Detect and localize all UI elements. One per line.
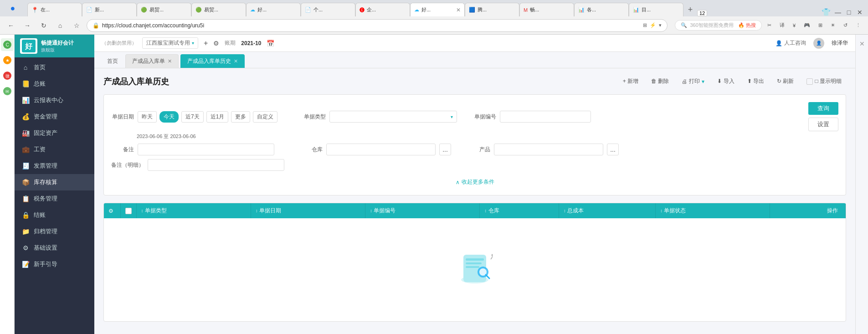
print-dropdown[interactable]: ▾: [702, 78, 704, 85]
game-icon[interactable]: 🎮: [801, 21, 813, 29]
header-checkbox[interactable]: [125, 208, 132, 214]
close-button[interactable]: ✕: [856, 9, 863, 16]
sidebar-item-home[interactable]: ⌂ 首页: [15, 59, 94, 76]
tab-5[interactable]: ☁ 好...: [246, 3, 301, 16]
type-column-header[interactable]: ↕ 单据类型: [136, 203, 251, 218]
sidebar-item-funds[interactable]: 💰 资金管理: [15, 108, 94, 125]
tab-1[interactable]: 📍 在...: [27, 3, 82, 16]
sidebar-label-tax: 税务管理: [34, 195, 57, 203]
sidebar-item-payroll[interactable]: 💼 工资: [15, 141, 94, 158]
period-value[interactable]: 2021-10: [241, 40, 261, 46]
sidebar-item-assets[interactable]: 🏭 固定资产: [15, 125, 94, 141]
last7-btn[interactable]: 近7天: [181, 111, 204, 123]
tab-history-close[interactable]: ✕: [234, 58, 238, 64]
ext-2[interactable]: ★: [1, 54, 14, 67]
show-columns-checkbox[interactable]: □ 显示明细: [802, 76, 846, 87]
new-tab-button[interactable]: +: [683, 3, 697, 16]
sidebar-item-ledger[interactable]: 📒 总账: [15, 76, 94, 92]
tab-3[interactable]: 🟢 易贸...: [137, 3, 191, 16]
sidebar-item-tax[interactable]: 📋 税务管理: [15, 190, 94, 207]
sidebar-item-reports[interactable]: 📊 云报表中心: [15, 92, 94, 108]
sidebar-item-close-period[interactable]: 🔒 结账: [15, 207, 94, 223]
remark2-input[interactable]: [148, 159, 284, 171]
export-button[interactable]: ⬆ 导出: [743, 76, 769, 87]
import-button[interactable]: ⬇ 导入: [713, 76, 739, 87]
scissors-icon[interactable]: ✂: [765, 21, 774, 29]
tab-8[interactable]: ☁ 好... ✕: [410, 3, 465, 16]
query-button[interactable]: 查询: [808, 102, 838, 115]
product-more-btn[interactable]: ...: [607, 144, 619, 155]
today-btn[interactable]: 今天: [159, 111, 179, 123]
panel-close-button[interactable]: ✕: [858, 38, 867, 49]
type-select[interactable]: ▾: [329, 111, 457, 123]
status-column-header[interactable]: ↕ 单据状态: [655, 203, 770, 218]
calendar-icon[interactable]: 📅: [267, 40, 274, 47]
sidebar-item-invoice[interactable]: 🧾 发票管理: [15, 158, 94, 174]
yuan-icon[interactable]: ¥: [790, 22, 798, 29]
tab-10[interactable]: M 畅...: [519, 3, 574, 16]
add-org-button[interactable]: +: [204, 39, 208, 47]
ext-1[interactable]: C: [1, 38, 14, 51]
refresh2-icon[interactable]: ↺: [841, 21, 850, 29]
sidebar-item-archive[interactable]: 📁 归档管理: [15, 223, 94, 240]
add-button[interactable]: + 新增: [618, 76, 643, 87]
breadcrumb-home[interactable]: 首页: [102, 55, 123, 68]
tab-count-badge[interactable]: 12: [697, 10, 707, 16]
yesterday-btn[interactable]: 昨天: [138, 111, 157, 123]
product-input[interactable]: [494, 144, 603, 155]
reload-button[interactable]: ↻: [37, 19, 50, 32]
translate-icon[interactable]: 译: [777, 21, 787, 30]
settings-button[interactable]: 设置: [808, 118, 838, 131]
cost-column-header[interactable]: ↕ 总成本: [559, 203, 655, 218]
refresh-button[interactable]: ↻ 刷新: [772, 76, 798, 87]
org-selector[interactable]: 江西服宝测试专用 ▾: [142, 37, 198, 49]
collapse-button[interactable]: ∧ 收起更多条件: [456, 178, 494, 186]
tab-12[interactable]: 📊 目...: [629, 3, 683, 16]
grid2-icon[interactable]: ⊞: [816, 21, 825, 29]
checkbox-column-header[interactable]: [120, 203, 136, 218]
search-bar[interactable]: 🔍 360智能抠图免费用 🔥 热搜: [675, 20, 761, 31]
user-avatar[interactable]: 👤: [813, 38, 824, 49]
sidebar-item-inventory[interactable]: 📦 库存核算: [15, 174, 94, 190]
tab-7[interactable]: 🅒 企...: [355, 3, 410, 16]
sidebar-item-settings[interactable]: ⚙ 基础设置: [15, 240, 94, 256]
tab-8-close[interactable]: ✕: [456, 7, 461, 13]
sidebar-item-newentry[interactable]: 📝 新手引导: [15, 256, 94, 272]
dropdown-icon[interactable]: ▾: [659, 22, 662, 28]
maximize-button[interactable]: □: [845, 9, 853, 16]
more-icon[interactable]: ⋮: [853, 21, 863, 29]
page-tab-history[interactable]: 产成品入库单历史 ✕: [180, 54, 245, 68]
remark-input[interactable]: [138, 144, 274, 155]
tab-9[interactable]: 🟦 腾...: [465, 3, 519, 16]
number-input[interactable]: [500, 111, 591, 123]
last1m-btn[interactable]: 近1月: [206, 111, 229, 123]
gear-column-header[interactable]: ⚙: [104, 203, 120, 218]
sidebar-label-newentry: 新手引导: [34, 260, 57, 268]
bookmark-button[interactable]: ☆: [70, 19, 83, 32]
home-button[interactable]: ⌂: [54, 19, 67, 32]
tab-4[interactable]: 🟢 易贸...: [191, 3, 246, 16]
custom-date-btn[interactable]: 自定义: [253, 111, 277, 123]
back-button[interactable]: ←: [5, 19, 17, 32]
page-tab-list[interactable]: 产成品入库单 ✕: [125, 54, 179, 68]
more-date-btn[interactable]: 更多: [231, 111, 250, 123]
tab-11[interactable]: 📊 各...: [574, 3, 629, 16]
ext-4[interactable]: ✉: [1, 85, 14, 98]
url-bar[interactable]: 🔒 https://cloud.chanjet.com/accounting/u…: [87, 19, 668, 32]
warehouse-more-btn[interactable]: ...: [439, 144, 451, 155]
warehouse-column-header[interactable]: ↕ 仓库: [480, 203, 559, 218]
tab-2[interactable]: 📄 新...: [82, 3, 137, 16]
service-button[interactable]: 👤 人工咨询: [776, 39, 806, 47]
date-column-header[interactable]: ↕ 单据日期: [251, 203, 365, 218]
forward-button[interactable]: →: [21, 19, 34, 32]
warehouse-input[interactable]: [326, 144, 436, 155]
sun-icon[interactable]: ☀: [828, 21, 838, 29]
minimize-button[interactable]: —: [834, 9, 842, 16]
delete-button[interactable]: 🗑 删除: [647, 76, 673, 87]
number-column-header[interactable]: ↕ 单据编号: [365, 203, 480, 218]
tab-list-close[interactable]: ✕: [168, 58, 172, 64]
print-button[interactable]: 🖨 打印 ▾: [677, 76, 709, 87]
ext-3[interactable]: 微: [1, 69, 14, 82]
tab-6[interactable]: 📄 个...: [301, 3, 355, 16]
org-settings-button[interactable]: ⚙: [213, 40, 219, 47]
